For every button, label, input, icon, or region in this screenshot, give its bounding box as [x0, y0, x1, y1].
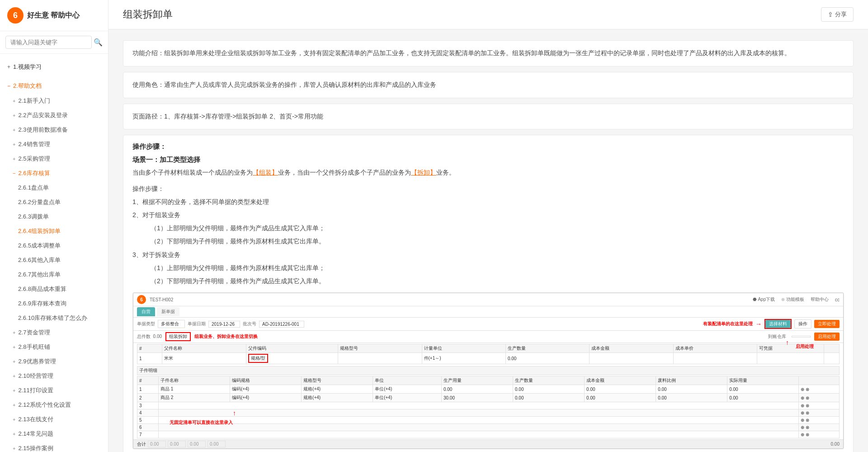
sidebar-item-coupon[interactable]: + 2.9优惠券管理 — [0, 354, 108, 369]
sidebar-item-label: 2.帮助文档 — [13, 82, 42, 90]
sidebar-item-management[interactable]: + 2.10经营管理 — [0, 369, 108, 383]
mock-doc-type-label: 单据类型 — [137, 321, 155, 327]
sidebar-item-new-user[interactable]: + 2.1新手入门 — [0, 94, 108, 108]
highlighted-cell: 规格/型 — [248, 354, 269, 363]
logo-icon: 6 — [7, 7, 24, 24]
sidebar-leaf-264[interactable]: 2.6.4组装拆卸单 — [0, 224, 108, 238]
th-no: # — [137, 344, 162, 353]
plus-icon-2-1: + — [13, 98, 15, 104]
sidebar-leaf-262[interactable]: 2.6.2分量盘点单 — [0, 195, 108, 209]
sidebar-item-install[interactable]: + 2.2产品安装及登录 — [0, 108, 108, 123]
sidebar-item-mobile[interactable]: + 2.8手机旺铺 — [0, 340, 108, 354]
bth-qty: 生产数量 — [513, 376, 585, 385]
btd-op2: ⊕ ⊗ — [799, 394, 840, 402]
main-content: 功能介绍：组装拆卸单用来处理企业组装或拆卸等加工业务，支持有固定装配清单的产品加… — [108, 29, 868, 452]
step3-2: （2）下部明细为子件明细，最终作为产成品生成其它入库单。 — [132, 276, 844, 287]
th-cost: 成本金额 — [590, 344, 673, 353]
sidebar-leaf-261[interactable]: 2.6.1盘点单 — [0, 181, 108, 195]
mock-store-input — [792, 336, 811, 338]
sidebar-item-cases[interactable]: + 2.15操作案例 — [0, 441, 108, 452]
sidebar-item-data-prep[interactable]: + 2.3使用前数据准备 — [0, 123, 108, 137]
sidebar-item-inventory[interactable]: − 2.6库存核算 — [0, 166, 108, 181]
th-ops — [824, 344, 839, 353]
totals-label: 合计 — [137, 441, 146, 447]
steps-block: 操作步骤： 场景一：加工类型选择 当由多个子件材料组装成一个成品的业务为【组装】… — [123, 135, 854, 452]
sidebar-item-video-learning[interactable]: + 1.视频学习 — [0, 59, 108, 75]
sidebar-leaf-265[interactable]: 2.6.5成本调整单 — [0, 238, 108, 253]
annotation-text4: 无固定清单可以直接在这里录入 — [170, 419, 233, 426]
btd-spec2: 规格(+4) — [302, 394, 373, 402]
share-button[interactable]: ⇪ 分享 — [821, 7, 854, 22]
btd-waste2: 0.00 — [656, 394, 727, 402]
sidebar-leaf-267[interactable]: 2.6.7其他出库单 — [0, 267, 108, 282]
btd-no4: 4 — [137, 409, 159, 417]
mock-totals-row: 合计 0.00 0.00 0.00 0.00 0.00 — [133, 439, 843, 448]
sidebar-item-purchase[interactable]: + 2.5采购管理 — [0, 152, 108, 166]
btd-name: 商品 1 — [158, 385, 230, 394]
sidebar-leaf-266[interactable]: 2.6.6其他入库单 — [0, 253, 108, 267]
table-row: 6 ⊕ ⊗ — [137, 424, 840, 431]
screenshot-block: 6 TEST-H002 ⬣ App下载 ⊙ 功能模板 帮助中心 cc 自营 新单… — [132, 292, 844, 449]
sidebar-sub-label: 2.7资金管理 — [18, 328, 50, 337]
sidebar-leaf-269[interactable]: 2.6.9库存账本查询 — [0, 296, 108, 311]
sidebar-leaf-268[interactable]: 2.6.8商品成本重算 — [0, 282, 108, 296]
plus-icon: + — [7, 64, 10, 70]
table-row: 1 米米 规格/型 件(+1～) 0.00 — [137, 353, 840, 364]
sidebar-leaf-2610[interactable]: 2.6.10库存账本错了怎么办 — [0, 311, 108, 325]
intro-block: 功能介绍：组装拆卸单用来处理企业组装或拆卸等加工业务，支持有固定装配清单的产品加… — [123, 40, 854, 67]
plus-icon-2-9: + — [13, 359, 15, 364]
sidebar-leaf-263[interactable]: 2.6.3调拨单 — [0, 209, 108, 224]
sidebar-item-finance[interactable]: + 2.7资金管理 — [0, 325, 108, 340]
sidebar-item-sales[interactable]: + 2.4销售管理 — [0, 137, 108, 152]
bth-unit: 单位 — [373, 376, 442, 385]
mock-tab-active: 自营 — [137, 307, 155, 316]
search-input[interactable] — [5, 36, 92, 49]
minus-icon-2-6: − — [13, 171, 15, 176]
search-button[interactable]: 🔍 — [94, 38, 103, 47]
sidebar-item-system[interactable]: + 2.12系统个性化设置 — [0, 398, 108, 412]
mock-btn-save: 立即处理 — [814, 320, 840, 328]
btd-empty6 — [158, 424, 798, 431]
app-logo: 6 — [137, 295, 146, 304]
bth-waste: 废料比例 — [656, 376, 727, 385]
td-parent-code: 规格/型 — [246, 353, 338, 364]
mock-count-label: 总件数 0.00 — [137, 333, 162, 340]
sidebar-sub-label: 2.9优惠券管理 — [18, 357, 56, 366]
totals-input1: 0.00 — [148, 441, 166, 447]
step2-2: （2）下部明细为子件明细，最终作为原材料生成其它出库单。 — [132, 236, 844, 247]
mock-btn-more: 操作 — [794, 319, 811, 328]
arrow-icon1: → — [755, 320, 762, 328]
btd-empty4 — [158, 409, 798, 417]
mock-count-row: 总件数 0.00 组装拆卸 组装业务、拆卸业务在这里切换 到账仓库 启用处理 ↑… — [133, 331, 843, 343]
scenario1-title: 场景一：加工类型选择 — [132, 156, 844, 164]
mock-tab-bar: 自营 新单据 — [133, 306, 843, 318]
mock-order-input: AD-20191226-001 — [259, 321, 304, 328]
sidebar-item-payment[interactable]: + 2.13在线支付 — [0, 412, 108, 427]
th-unit-cost: 成本单价 — [673, 344, 757, 353]
sidebar-sub-label: 2.3使用前数据准备 — [18, 126, 67, 134]
bth-no: # — [137, 376, 159, 385]
btd-op4: ⊕ ⊗ — [799, 409, 840, 417]
step3: 3、对于拆装业务 — [132, 249, 844, 261]
mock-bottom-header: 子件明细 — [137, 366, 840, 375]
btd-code: 编码(+4) — [230, 385, 302, 394]
annotation-arrow4: ↑ — [233, 409, 236, 417]
btd-op: ⊕ ⊗ — [799, 385, 840, 394]
sidebar-item-print[interactable]: + 2.11打印设置 — [0, 383, 108, 398]
btd-no3: 3 — [137, 402, 159, 409]
share-icon: ⇪ — [828, 11, 833, 18]
btd-unit2: 单位(+4) — [373, 394, 442, 402]
sidebar-sub-label: 2.4销售管理 — [18, 140, 50, 148]
sidebar-item-help-docs[interactable]: − 2.帮助文档 — [0, 78, 108, 94]
btd-no2: 2 — [137, 394, 159, 402]
btd-empty5 — [158, 417, 798, 424]
mock-store-label: 到账仓库 — [768, 333, 786, 340]
main-area: 组装拆卸单 ⇪ 分享 功能介绍：组装拆卸单用来处理企业组装或拆卸等加工业务，支持… — [108, 0, 868, 452]
annotation-arrow3: ↑ — [786, 339, 789, 346]
th-spec: 规格型号 — [338, 344, 422, 353]
sidebar-item-faq[interactable]: + 2.14常见问题 — [0, 427, 108, 441]
intro-text: 功能介绍：组装拆卸单用来处理企业组装或拆卸等加工业务，支持有固定装配清单的产品加… — [132, 48, 844, 59]
bth-code: 编码规格 — [230, 376, 302, 385]
mock-section-toggle: 组装拆卸 — [165, 332, 191, 341]
btd-qty: 0.00 — [513, 385, 585, 394]
